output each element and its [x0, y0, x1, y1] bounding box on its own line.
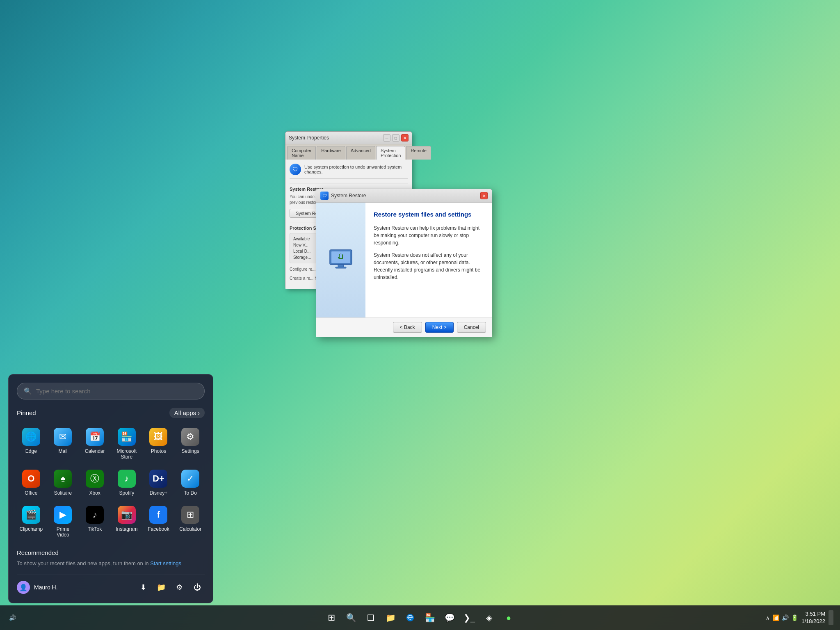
store-label: Microsoft Store: [114, 448, 139, 460]
app-instagram[interactable]: 📷 Instagram: [112, 502, 141, 541]
prime-label: Prime Video: [50, 526, 76, 538]
system-restore-window[interactable]: 🛡 System Restore ✕: [316, 189, 492, 337]
notification-button[interactable]: [829, 610, 833, 625]
search-taskbar-button[interactable]: 🔍: [342, 609, 360, 627]
app-facebook[interactable]: f Facebook: [144, 502, 173, 541]
all-apps-label: All apps: [174, 409, 196, 416]
start-settings-link[interactable]: Start settings: [150, 560, 181, 566]
recommended-text: To show your recent files and new apps, …: [17, 560, 205, 566]
next-button[interactable]: Next >: [425, 322, 454, 333]
calendar-label: Calendar: [85, 448, 105, 454]
store-taskbar-icon[interactable]: 🏪: [421, 609, 439, 627]
tiktok-icon: ♪: [86, 506, 104, 524]
photos-label: Photos: [151, 448, 166, 454]
svg-rect-1: [331, 251, 350, 263]
app-disney[interactable]: D+ Disney+: [144, 466, 173, 499]
app-spotify[interactable]: ♪ Spotify: [112, 466, 141, 499]
edge-taskbar-icon[interactable]: [401, 609, 419, 627]
tiktok-label: TikTok: [88, 526, 102, 532]
start-menu-footer: 👤 Mauro H. ⬇ 📁 ⚙ ⏻: [17, 575, 205, 595]
xbox-label: Xbox: [89, 490, 100, 496]
close-button[interactable]: ✕: [401, 134, 409, 142]
edge-label: Edge: [25, 448, 37, 454]
system-protect-header: 🛡 Use system protection to undo unwanted…: [290, 164, 408, 179]
app-taskbar-9[interactable]: ◈: [480, 609, 498, 627]
user-name: Mauro H.: [34, 584, 58, 591]
recommended-desc: To show your recent files and new apps, …: [17, 560, 149, 566]
footer-icons: ⬇ 📁 ⚙ ⏻: [136, 580, 205, 595]
task-view-button[interactable]: ❑: [362, 609, 380, 627]
restore-computer-icon: [326, 246, 355, 274]
svg-rect-2: [338, 265, 344, 267]
app-edge[interactable]: 🌐 Edge: [17, 425, 46, 463]
app-solitaire[interactable]: ♠ Solitaire: [49, 466, 78, 499]
app-office[interactable]: O Office: [17, 466, 46, 499]
app-prime[interactable]: ▶ Prime Video: [49, 502, 78, 541]
terminal-taskbar-icon[interactable]: ❯_: [460, 609, 478, 627]
facebook-label: Facebook: [148, 526, 169, 532]
clipchamp-label: Clipchamp: [19, 526, 43, 532]
back-button[interactable]: < Back: [393, 322, 422, 333]
tab-remote[interactable]: Remote: [406, 146, 431, 160]
desktop: System Properties ─ □ ✕ Computer Name Ha…: [0, 0, 840, 630]
app-tiktok[interactable]: ♪ TikTok: [80, 502, 109, 541]
app-todo[interactable]: ✓ To Do: [176, 466, 205, 499]
recommended-label: Recommended: [17, 549, 205, 556]
search-bar[interactable]: 🔍: [17, 383, 205, 399]
app-calendar[interactable]: 📅 Calendar: [80, 425, 109, 463]
folder-icon[interactable]: 📁: [154, 580, 169, 595]
system-properties-titlebar[interactable]: System Properties ─ □ ✕: [285, 132, 412, 144]
calculator-label: Calculator: [179, 526, 201, 532]
app-clipchamp[interactable]: 🎬 Clipchamp: [17, 502, 46, 541]
chevron-right-icon: ›: [198, 409, 200, 416]
chevron-up-icon[interactable]: ∧: [766, 615, 770, 621]
taskbar-left: 🔊: [0, 609, 25, 627]
facebook-icon: f: [149, 506, 167, 524]
app-settings[interactable]: ⚙ Settings: [176, 425, 205, 463]
network-icon[interactable]: 📶: [772, 614, 779, 621]
user-info[interactable]: 👤 Mauro H.: [17, 581, 58, 594]
app-taskbar-10[interactable]: ●: [500, 609, 518, 627]
download-icon[interactable]: ⬇: [136, 580, 151, 595]
app-calculator[interactable]: ⊞ Calculator: [176, 502, 205, 541]
taskbar-icon-extra1[interactable]: 🔊: [3, 609, 21, 627]
office-icon: O: [22, 470, 40, 488]
cancel-button[interactable]: Cancel: [457, 322, 486, 333]
tab-system-protection[interactable]: System Protection: [376, 146, 406, 160]
svg-rect-3: [336, 267, 346, 268]
app-store[interactable]: 🏪 Microsoft Store: [112, 425, 141, 463]
taskbar: 🔊 ⊞ 🔍 ❑ 📁 🏪 💬 ❯_ ◈ ● ∧ 📶 🔊: [0, 605, 840, 630]
office-label: Office: [25, 490, 37, 496]
xbox-icon: Ⓧ: [86, 470, 104, 488]
app-xbox[interactable]: Ⓧ Xbox: [80, 466, 109, 499]
tab-hardware[interactable]: Hardware: [317, 146, 345, 160]
tab-computer-name[interactable]: Computer Name: [287, 146, 316, 160]
system-restore-titlebar[interactable]: 🛡 System Restore ✕: [316, 189, 492, 203]
battery-icon[interactable]: 🔋: [791, 614, 798, 621]
app-mail[interactable]: ✉ Mail: [49, 425, 78, 463]
clipchamp-icon: 🎬: [22, 506, 40, 524]
calendar-icon: 📅: [86, 428, 104, 446]
restore-desc-2: System Restore does not affect any of yo…: [374, 251, 484, 281]
edge-icon: 🌐: [22, 428, 40, 446]
restore-right-panel: Restore system files and settings System…: [365, 203, 492, 317]
settings-footer-icon[interactable]: ⚙: [172, 580, 187, 595]
start-button[interactable]: ⊞: [322, 609, 340, 627]
time-date[interactable]: 3:51 PM 1/18/2022: [801, 610, 825, 625]
chat-taskbar-icon[interactable]: 💬: [441, 609, 459, 627]
file-explorer-taskbar[interactable]: 📁: [381, 609, 399, 627]
system-restore-title: System Restore: [331, 193, 366, 199]
tab-advanced[interactable]: Advanced: [346, 146, 375, 160]
maximize-button[interactable]: □: [392, 134, 399, 142]
volume-icon[interactable]: 🔊: [782, 614, 789, 621]
power-icon[interactable]: ⏻: [190, 580, 205, 595]
restore-footer: < Back Next > Cancel: [316, 317, 492, 337]
pinned-apps-grid: 🌐 Edge ✉ Mail 📅 Calendar 🏪 Microsoft Sto…: [17, 425, 205, 541]
minimize-button[interactable]: ─: [383, 134, 390, 142]
app-photos[interactable]: 🖼 Photos: [144, 425, 173, 463]
disney-label: Disney+: [150, 490, 168, 496]
restore-close-button[interactable]: ✕: [480, 192, 488, 199]
search-input[interactable]: [36, 388, 198, 395]
todo-label: To Do: [184, 490, 196, 496]
all-apps-button[interactable]: All apps ›: [169, 408, 205, 418]
